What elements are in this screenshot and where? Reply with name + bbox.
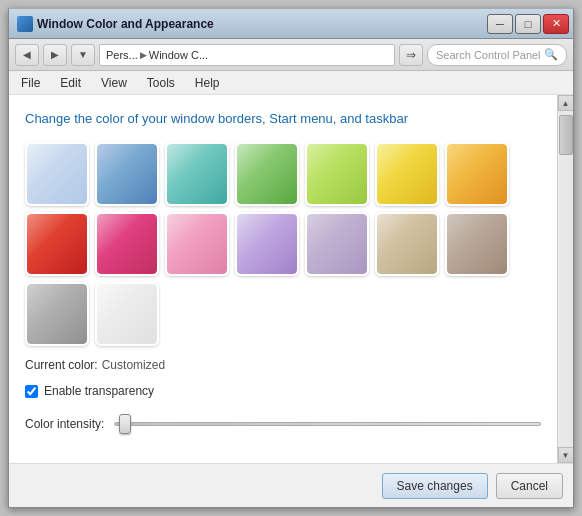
save-changes-button[interactable]: Save changes (382, 473, 488, 499)
maximize-button[interactable]: □ (515, 14, 541, 34)
menu-view[interactable]: View (97, 74, 131, 92)
intensity-slider-track (114, 422, 541, 426)
menu-bar: File Edit View Tools Help (9, 71, 573, 95)
search-box[interactable]: Search Control Panel 🔍 (427, 44, 567, 66)
color-swatch-pink-red[interactable] (95, 212, 159, 276)
color-swatch-grid (25, 142, 541, 346)
scroll-up-button[interactable]: ▲ (558, 95, 574, 111)
color-swatch-red[interactable] (25, 212, 89, 276)
menu-tools[interactable]: Tools (143, 74, 179, 92)
color-swatch-teal[interactable] (165, 142, 229, 206)
color-swatch-blue[interactable] (95, 142, 159, 206)
scrollbar-track[interactable] (559, 111, 573, 447)
search-placeholder: Search Control Panel (436, 49, 541, 61)
path-part-1: Pers... (106, 49, 138, 61)
intensity-slider-thumb[interactable] (119, 414, 131, 434)
content-area: Change the color of your window borders,… (9, 95, 573, 463)
transparency-checkbox[interactable] (25, 385, 38, 398)
color-swatch-purple-grey[interactable] (305, 212, 369, 276)
color-swatch-sky[interactable] (25, 142, 89, 206)
footer: Save changes Cancel (9, 463, 573, 507)
color-swatch-lavender[interactable] (235, 212, 299, 276)
color-swatch-tan[interactable] (375, 212, 439, 276)
title-buttons: ─ □ ✕ (487, 14, 569, 34)
title-bar: Window Color and Appearance ─ □ ✕ (9, 9, 573, 39)
color-swatch-green[interactable] (235, 142, 299, 206)
color-swatch-orange[interactable] (445, 142, 509, 206)
transparency-label: Enable transparency (44, 384, 154, 398)
color-swatch-yellow[interactable] (375, 142, 439, 206)
color-swatch-grey[interactable] (25, 282, 89, 346)
path-arrow: ▶ (140, 50, 147, 60)
current-color-label: Current color: (25, 358, 98, 372)
address-path[interactable]: Pers... ▶ Window C... (99, 44, 395, 66)
color-swatch-white[interactable] (95, 282, 159, 346)
main-content: Change the color of your window borders,… (9, 95, 557, 463)
minimize-button[interactable]: ─ (487, 14, 513, 34)
close-button[interactable]: ✕ (543, 14, 569, 34)
intensity-row: Color intensity: (25, 414, 541, 434)
back-button[interactable]: ◀ (15, 44, 39, 66)
current-color-value: Customized (102, 358, 165, 372)
window-title: Window Color and Appearance (37, 17, 214, 31)
title-bar-left: Window Color and Appearance (17, 16, 214, 32)
scroll-down-button[interactable]: ▼ (558, 447, 574, 463)
color-swatch-pink[interactable] (165, 212, 229, 276)
dropdown-button[interactable]: ▼ (71, 44, 95, 66)
intensity-label: Color intensity: (25, 417, 104, 431)
scrollbar-thumb[interactable] (559, 115, 573, 155)
color-swatch-lime[interactable] (305, 142, 369, 206)
current-color-row: Current color: Customized (25, 358, 541, 372)
cancel-button[interactable]: Cancel (496, 473, 563, 499)
address-bar: ◀ ▶ ▼ Pers... ▶ Window C... ⇒ Search Con… (9, 39, 573, 71)
window-icon (17, 16, 33, 32)
go-button[interactable]: ⇒ (399, 44, 423, 66)
color-swatch-brown-grey[interactable] (445, 212, 509, 276)
menu-file[interactable]: File (17, 74, 44, 92)
main-window: Window Color and Appearance ─ □ ✕ ◀ ▶ ▼ … (8, 8, 574, 508)
menu-help[interactable]: Help (191, 74, 224, 92)
transparency-row: Enable transparency (25, 384, 541, 398)
scrollbar: ▲ ▼ (557, 95, 573, 463)
search-icon: 🔍 (544, 48, 558, 61)
menu-edit[interactable]: Edit (56, 74, 85, 92)
forward-button[interactable]: ▶ (43, 44, 67, 66)
intensity-slider-container (114, 414, 541, 434)
path-part-2: Window C... (149, 49, 208, 61)
page-title: Change the color of your window borders,… (25, 111, 541, 126)
